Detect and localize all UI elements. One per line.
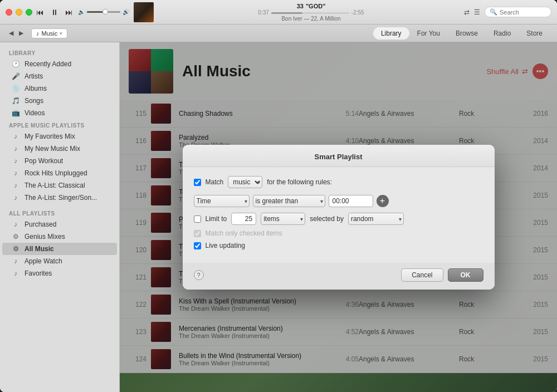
sidebar-item-genius-mixes[interactable]: ⚙ Genius Mixes bbox=[2, 231, 117, 243]
live-updating-checkbox[interactable] bbox=[194, 242, 201, 249]
sidebar-item-all-music[interactable]: ⚙ All Music bbox=[2, 243, 117, 255]
sidebar-item-a-list-classical[interactable]: ♪ The A-List: Classical bbox=[2, 179, 117, 192]
match-type-wrapper: music bbox=[228, 176, 262, 188]
track-title: "GOD" bbox=[306, 3, 326, 9]
dialog-buttons: Cancel OK bbox=[401, 268, 483, 282]
sidebar-item-purchased[interactable]: ♪ Purchased bbox=[2, 218, 117, 231]
navbar: ◀ ▶ ♪ Music ▾ Library For You Browse Rad… bbox=[0, 24, 557, 42]
tab-browse[interactable]: Browse bbox=[448, 27, 486, 40]
limit-checkbox[interactable] bbox=[194, 215, 201, 223]
sidebar-item-all-music-label: All Music bbox=[25, 245, 54, 253]
shuffle-button[interactable]: ⇄ bbox=[464, 8, 470, 16]
progress-bar[interactable] bbox=[271, 12, 349, 14]
tab-library[interactable]: Library bbox=[373, 27, 409, 40]
limit-unit-wrapper: items bbox=[261, 213, 305, 225]
time-elapsed: 0:37 bbox=[258, 9, 268, 16]
sidebar-item-pop-workout-label: Pop Workout bbox=[25, 157, 63, 165]
match-checked-label: Match only checked items bbox=[206, 229, 282, 237]
selected-by-label: selected by bbox=[310, 215, 344, 223]
sidebar-item-artists[interactable]: 🎤 Artists bbox=[2, 70, 117, 82]
apple-music-section-header: APPLE MUSIC PLAYLISTS bbox=[0, 119, 119, 130]
sidebar-item-albums[interactable]: 💿 Albums bbox=[2, 82, 117, 95]
sidebar-item-my-new-music-label: My New Music Mix bbox=[25, 145, 80, 153]
search-box[interactable]: 🔍 bbox=[485, 7, 551, 17]
sidebar-item-favorites-label: Favorites bbox=[25, 270, 52, 277]
volume-slider-track[interactable] bbox=[87, 11, 120, 13]
rule-condition-select[interactable]: is greater than bbox=[253, 195, 325, 207]
titlebar-right: ⇄ ☰ 🔍 bbox=[464, 7, 551, 17]
maximize-button[interactable] bbox=[26, 9, 32, 16]
ok-button[interactable]: OK bbox=[448, 268, 483, 282]
pop-workout-icon: ♪ bbox=[11, 157, 20, 165]
nav-forward-button[interactable]: ▶ bbox=[17, 28, 26, 38]
volume-low-icon: 🔈 bbox=[78, 9, 85, 15]
artists-icon: 🎤 bbox=[11, 72, 20, 80]
add-rule-button[interactable]: + bbox=[377, 195, 389, 207]
close-button[interactable] bbox=[6, 9, 12, 16]
tab-for-you[interactable]: For You bbox=[409, 27, 448, 40]
play-controls: ⏮ ⏸ ⏭ bbox=[35, 8, 75, 17]
sidebar-item-rock-hits-label: Rock Hits Unplugged bbox=[25, 169, 87, 177]
sidebar-item-albums-label: Albums bbox=[25, 85, 47, 92]
rewind-button[interactable]: ⏮ bbox=[35, 8, 46, 17]
match-checked-checkbox[interactable] bbox=[194, 230, 201, 237]
my-favorites-mix-icon: ♪ bbox=[11, 133, 20, 140]
nav-location-chevron: ▾ bbox=[60, 31, 62, 36]
genius-mixes-icon: ⚙ bbox=[11, 233, 20, 241]
match-checked-row: Match only checked items bbox=[194, 229, 483, 237]
time-remaining: -2:55 bbox=[351, 9, 364, 16]
sidebar-item-a-list-singer[interactable]: ♪ The A-List: Singer/Son... bbox=[2, 192, 117, 204]
nav-music-icon: ♪ bbox=[36, 30, 40, 37]
list-view-button[interactable]: ☰ bbox=[474, 8, 480, 16]
sidebar-item-my-new-music-mix[interactable]: ♪ My New Music Mix bbox=[2, 143, 117, 155]
volume-control[interactable]: 🔈 🔊 bbox=[78, 9, 129, 15]
favorites-icon: ♪ bbox=[11, 270, 20, 277]
track-number: 33 bbox=[297, 3, 304, 9]
dialog-body: Match music for the following rules: bbox=[183, 167, 495, 263]
songs-icon: 🎵 bbox=[11, 97, 20, 105]
sidebar-item-purchased-label: Purchased bbox=[25, 220, 56, 228]
match-checkbox[interactable] bbox=[194, 179, 201, 186]
sidebar-item-my-favorites-mix[interactable]: ♪ My Favorites Mix bbox=[2, 130, 117, 143]
sidebar-item-apple-watch-label: Apple Watch bbox=[25, 257, 62, 265]
tab-store[interactable]: Store bbox=[519, 27, 550, 40]
sidebar-item-a-list-classical-label: The A-List: Classical bbox=[25, 182, 85, 189]
rule-field-select[interactable]: Time bbox=[194, 195, 250, 207]
rule-value-input[interactable] bbox=[329, 195, 373, 207]
minimize-button[interactable] bbox=[16, 9, 22, 16]
sidebar-item-rock-hits[interactable]: ♪ Rock Hits Unplugged bbox=[2, 167, 117, 179]
cancel-button[interactable]: Cancel bbox=[401, 268, 443, 282]
limit-row: Limit to items selected by random bbox=[194, 213, 483, 225]
search-input[interactable] bbox=[500, 9, 546, 16]
limit-unit-select[interactable]: items bbox=[261, 213, 305, 225]
now-playing-artwork bbox=[134, 2, 154, 22]
dialog-footer: ? Cancel OK bbox=[183, 263, 495, 290]
sidebar-item-apple-watch[interactable]: ♪ Apple Watch bbox=[2, 255, 117, 267]
nav-location-label: Music bbox=[42, 30, 58, 37]
volume-high-icon: 🔊 bbox=[123, 9, 129, 15]
content-area: All Music Shuffle All ⇄ ••• 115 bbox=[120, 42, 557, 392]
track-artist-album: Bon Iver — 22, A Million bbox=[281, 16, 340, 22]
sidebar: LIBRARY 🕐 Recently Added 🎤 Artists 💿 Alb… bbox=[0, 42, 120, 392]
match-row: Match music for the following rules: bbox=[194, 176, 483, 188]
sidebar-item-my-favorites-label: My Favorites Mix bbox=[25, 133, 75, 140]
sidebar-item-favorites[interactable]: ♪ Favorites bbox=[2, 267, 117, 280]
match-label: Match bbox=[206, 178, 224, 186]
sidebar-item-recently-added[interactable]: 🕐 Recently Added bbox=[2, 58, 117, 70]
help-button[interactable]: ? bbox=[194, 270, 204, 280]
fast-forward-button[interactable]: ⏭ bbox=[63, 8, 75, 17]
albums-icon: 💿 bbox=[11, 85, 20, 92]
for-rules-label: for the following rules: bbox=[267, 178, 332, 186]
sidebar-item-pop-workout[interactable]: ♪ Pop Workout bbox=[2, 155, 117, 167]
recently-added-icon: 🕐 bbox=[11, 60, 20, 68]
tab-radio[interactable]: Radio bbox=[486, 27, 519, 40]
sidebar-item-videos[interactable]: 📺 Videos bbox=[2, 107, 117, 119]
nav-back-button[interactable]: ◀ bbox=[7, 28, 16, 38]
play-pause-button[interactable]: ⏸ bbox=[49, 8, 60, 17]
rock-hits-icon: ♪ bbox=[11, 169, 20, 177]
sidebar-item-songs[interactable]: 🎵 Songs bbox=[2, 95, 117, 107]
sidebar-item-genius-mixes-label: Genius Mixes bbox=[25, 233, 65, 241]
limit-value-input[interactable] bbox=[231, 213, 256, 225]
match-type-select[interactable]: music bbox=[228, 176, 262, 188]
selected-by-select[interactable]: random bbox=[348, 213, 404, 225]
